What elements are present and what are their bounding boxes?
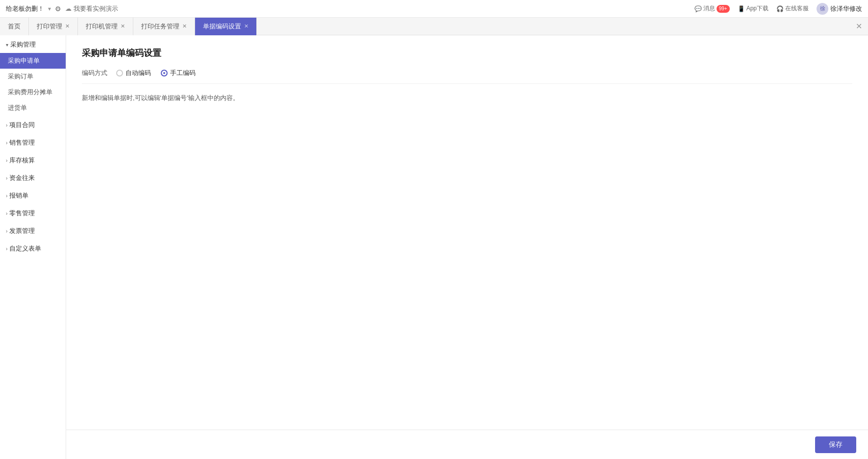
app-icon: 📱 [738,5,745,12]
sidebar-item-purchase-order-label: 采购订单 [8,73,33,80]
tab-home[interactable]: 首页 [0,18,29,35]
chevron-right-icon-8: › [6,246,7,252]
sidebar-group-custom-form-header[interactable]: › 自定义表单 [0,239,66,257]
sidebar-group-sales-header[interactable]: › 销售管理 [0,133,66,151]
auto-code-label: 自动编码 [125,69,151,77]
tab-home-label: 首页 [8,22,21,31]
tab-print-manage-label: 打印管理 [37,22,62,31]
sidebar-group-retail-label: 零售管理 [9,209,35,218]
sidebar-group-returns: › 报销单 [0,186,66,204]
settings-icon[interactable]: ⚙ [55,5,61,13]
title-dropdown-icon[interactable]: ▾ [48,5,51,12]
tab-voucher-code-close[interactable]: ✕ [244,23,248,29]
radio-group: 自动编码 手工编码 [116,69,196,77]
top-bar-right: 💬 消息 99+ 📱 App下载 🎧 在线客服 徐 徐泽华修改 [694,3,862,15]
encoding-mode-label: 编码方式 [82,69,116,77]
tab-bar-close-button[interactable]: ✕ [850,22,868,31]
sidebar-item-stock-in-label: 进货单 [8,104,27,111]
sidebar-group-invoice-label: 发票管理 [9,227,35,235]
sidebar-group-inventory: › 库存核算 [0,151,66,169]
sidebar-item-purchase-order[interactable]: 采购订单 [0,69,66,84]
sidebar-group-capital-label: 资金往来 [9,174,35,182]
user-menu[interactable]: 徐 徐泽华修改 [817,3,862,15]
message-button[interactable]: 💬 消息 99+ [694,4,730,13]
tab-print-task-close[interactable]: ✕ [182,23,187,29]
sidebar-item-purchase-expense-label: 采购费用分摊单 [8,88,52,96]
hint-text: 新增和编辑单据时,可以编辑'单据编号'输入框中的内容。 [82,94,852,102]
tab-print-manage[interactable]: 打印管理 ✕ [29,18,78,35]
chevron-right-icon-6: › [6,211,7,216]
sidebar-item-purchase-expense[interactable]: 采购费用分摊单 [0,84,66,100]
service-label: 在线客服 [785,4,809,13]
tab-print-manage-close[interactable]: ✕ [65,23,70,29]
content-area: 采购申请单编码设置 编码方式 自动编码 手工编码 新增和编辑单据时,可以编辑'单… [66,35,868,459]
sidebar-group-sales: › 销售管理 [0,133,66,151]
tab-voucher-code-label: 单据编码设置 [203,22,241,31]
service-icon: 🎧 [776,5,784,12]
manual-code-radio-circle [161,70,168,76]
chevron-right-icon-3: › [6,158,7,163]
tab-print-task[interactable]: 打印任务管理 ✕ [133,18,195,35]
content-footer: 保存 [66,430,868,459]
sidebar-group-retail-header[interactable]: › 零售管理 [0,204,66,222]
sidebar: ▾ 采购管理 采购申请单 采购订单 采购费用分摊单 进货单 › 项目合同 [0,35,66,459]
sidebar-group-purchase-label: 采购管理 [10,40,36,49]
sidebar-item-stock-in[interactable]: 进货单 [0,100,66,116]
encoding-mode-section: 编码方式 自动编码 手工编码 [82,69,852,84]
save-button[interactable]: 保存 [815,436,856,453]
sidebar-group-retail: › 零售管理 [0,204,66,222]
chevron-right-icon-4: › [6,176,7,181]
sidebar-group-purchase-header[interactable]: ▾ 采购管理 [0,35,66,53]
tab-printer-manage-label: 打印机管理 [86,22,118,31]
sidebar-group-capital: › 资金往来 [0,169,66,186]
sidebar-group-invoice-header[interactable]: › 发票管理 [0,222,66,239]
sidebar-group-inventory-label: 库存核算 [9,156,35,165]
chevron-right-icon-5: › [6,193,7,199]
sidebar-item-purchase-request[interactable]: 采购申请单 [0,53,66,69]
sidebar-group-returns-header[interactable]: › 报销单 [0,186,66,204]
app-download-button[interactable]: 📱 App下载 [738,4,769,13]
message-label: 消息 [703,4,715,13]
top-bar-left: 给老板勿删！ ▾ ⚙ ☁ 我要看实例演示 [6,4,118,13]
top-bar: 给老板勿删！ ▾ ⚙ ☁ 我要看实例演示 💬 消息 99+ 📱 App下载 🎧 … [0,0,868,18]
tab-printer-manage[interactable]: 打印机管理 ✕ [78,18,133,35]
demo-link[interactable]: ☁ 我要看实例演示 [65,4,118,13]
user-name: 徐泽华修改 [830,4,862,13]
sidebar-group-custom-form-label: 自定义表单 [9,244,41,253]
app-label: App下载 [746,4,769,13]
avatar: 徐 [817,3,828,15]
main-layout: ▾ 采购管理 采购申请单 采购订单 采购费用分摊单 进货单 › 项目合同 [0,35,868,459]
sidebar-group-capital-header[interactable]: › 资金往来 [0,169,66,186]
sidebar-group-invoice: › 发票管理 [0,222,66,239]
demo-cloud-icon: ☁ [65,5,72,12]
content-main: 采购申请单编码设置 编码方式 自动编码 手工编码 新增和编辑单据时,可以编辑'单… [66,35,868,430]
chevron-right-icon-2: › [6,140,7,146]
sidebar-group-project: › 项目合同 [0,116,66,133]
auto-code-radio[interactable]: 自动编码 [116,69,151,77]
page-title: 采购申请单编码设置 [82,47,852,59]
tab-printer-manage-close[interactable]: ✕ [121,23,125,29]
tab-voucher-code[interactable]: 单据编码设置 ✕ [195,18,257,35]
tab-print-task-label: 打印任务管理 [141,22,179,31]
auto-code-radio-circle [116,70,123,76]
message-icon: 💬 [694,5,702,12]
sidebar-group-project-label: 项目合同 [9,121,35,129]
sidebar-group-inventory-header[interactable]: › 库存核算 [0,151,66,169]
sidebar-group-project-header[interactable]: › 项目合同 [0,116,66,133]
sidebar-group-custom-form: › 自定义表单 [0,239,66,257]
sidebar-item-purchase-request-label: 采购申请单 [8,57,40,64]
sidebar-group-returns-label: 报销单 [9,191,28,200]
chevron-right-icon: › [6,123,7,128]
manual-code-label: 手工编码 [170,69,196,77]
sidebar-group-sales-label: 销售管理 [9,138,35,147]
online-service-button[interactable]: 🎧 在线客服 [776,4,809,13]
message-count: 99+ [717,5,730,13]
chevron-down-icon: ▾ [6,42,8,48]
manual-code-radio[interactable]: 手工编码 [161,69,196,77]
app-title: 给老板勿删！ [6,4,44,13]
chevron-right-icon-7: › [6,229,7,234]
sidebar-group-purchase: ▾ 采购管理 采购申请单 采购订单 采购费用分摊单 进货单 [0,35,66,116]
demo-text: 我要看实例演示 [74,4,118,13]
tab-bar: 首页 打印管理 ✕ 打印机管理 ✕ 打印任务管理 ✕ 单据编码设置 ✕ ✕ [0,18,868,35]
